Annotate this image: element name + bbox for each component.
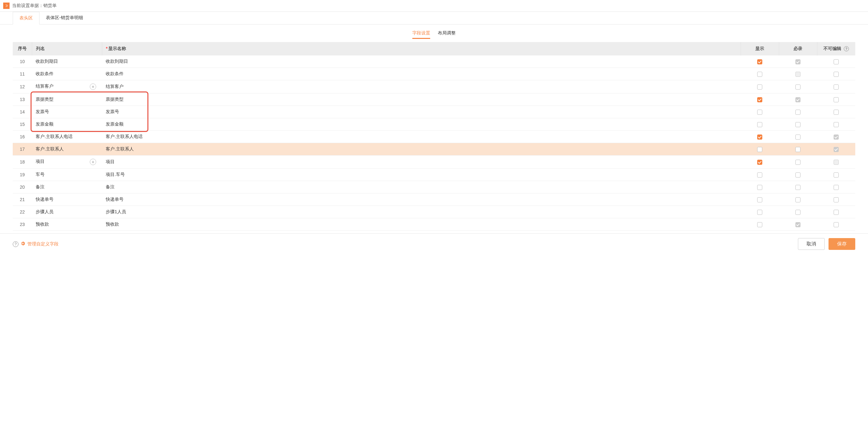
- row-display-name[interactable]: 收款条件: [102, 68, 741, 80]
- table-row[interactable]: 11收款条件收款条件: [13, 68, 855, 80]
- row-show-cell: [741, 93, 779, 106]
- row-noedit-cell: [817, 194, 855, 206]
- row-display-name[interactable]: 快递单号: [102, 194, 741, 206]
- required-checkbox[interactable]: [796, 185, 801, 190]
- row-noedit-cell: [817, 106, 855, 118]
- show-checkbox[interactable]: [757, 222, 762, 227]
- cancel-button[interactable]: 取消: [798, 238, 825, 250]
- show-checkbox[interactable]: [757, 147, 762, 152]
- row-show-cell: [741, 181, 779, 194]
- table-row[interactable]: 17客户.主联系人客户.主联系人: [13, 143, 855, 155]
- row-noedit-cell: [817, 169, 855, 181]
- row-display-name[interactable]: 收款到期日: [102, 55, 741, 68]
- help-icon[interactable]: ?: [844, 46, 849, 51]
- required-checkbox[interactable]: [796, 172, 801, 177]
- noedit-checkbox[interactable]: [834, 172, 839, 177]
- row-display-name[interactable]: 发票号: [102, 106, 741, 118]
- noedit-checkbox[interactable]: [834, 72, 839, 77]
- row-display-name[interactable]: 票据类型: [102, 93, 741, 106]
- table-row[interactable]: 15发票金额发票金额: [13, 118, 855, 131]
- row-seq: 20: [13, 181, 32, 194]
- show-checkbox[interactable]: [757, 72, 762, 77]
- table-row[interactable]: 10收款到期日收款到期日: [13, 55, 855, 68]
- noedit-checkbox[interactable]: [834, 185, 839, 190]
- col-show-header: 显示: [741, 42, 779, 55]
- row-show-cell: [741, 118, 779, 131]
- noedit-checkbox[interactable]: [834, 59, 839, 64]
- required-checkbox[interactable]: [796, 84, 801, 90]
- row-show-cell: [741, 155, 779, 169]
- main-tab-1[interactable]: 表体区-销货单明细: [39, 12, 90, 24]
- row-column-name: 结算客户+: [32, 80, 102, 93]
- table-row[interactable]: 22步骤人员步骤1人员: [13, 206, 855, 218]
- row-seq: 23: [13, 218, 32, 231]
- row-column-name: 发票金额: [32, 118, 102, 131]
- row-required-cell: [779, 118, 817, 131]
- row-column-name: 票据类型: [32, 93, 102, 106]
- noedit-checkbox[interactable]: [834, 110, 839, 115]
- row-seq: 10: [13, 55, 32, 68]
- add-subfield-button[interactable]: +: [90, 84, 96, 90]
- main-tabs: 表头区表体区-销货单明细: [0, 12, 868, 25]
- table-row[interactable]: 20备注备注: [13, 181, 855, 194]
- row-seq: 19: [13, 169, 32, 181]
- manage-custom-fields-link[interactable]: ? 管理自定义字段: [13, 241, 59, 247]
- required-checkbox[interactable]: [796, 110, 801, 115]
- sub-tab-0[interactable]: 字段设置: [412, 30, 430, 39]
- noedit-checkbox[interactable]: [834, 84, 839, 90]
- noedit-checkbox[interactable]: [834, 197, 839, 202]
- table-row[interactable]: 23预收款预收款: [13, 218, 855, 231]
- row-display-name[interactable]: 备注: [102, 181, 741, 194]
- row-column-name: 步骤人员: [32, 206, 102, 218]
- table-row[interactable]: 21快递单号快递单号: [13, 194, 855, 206]
- row-noedit-cell: [817, 206, 855, 218]
- show-checkbox[interactable]: [757, 172, 762, 177]
- row-noedit-cell: [817, 218, 855, 231]
- row-required-cell: [779, 80, 817, 93]
- row-required-cell: [779, 143, 817, 155]
- required-checkbox[interactable]: [796, 147, 801, 152]
- collapse-button[interactable]: [3, 3, 9, 9]
- row-display-name[interactable]: 步骤1人员: [102, 206, 741, 218]
- row-show-cell: [741, 55, 779, 68]
- table-row[interactable]: 14发票号发票号: [13, 106, 855, 118]
- table-row[interactable]: 16客户.主联系人电话客户.主联系人电话: [13, 131, 855, 143]
- show-checkbox[interactable]: [757, 197, 762, 202]
- required-checkbox: [796, 72, 801, 77]
- required-checkbox[interactable]: [796, 197, 801, 202]
- row-display-name[interactable]: 项目: [102, 155, 741, 169]
- required-checkbox[interactable]: [796, 122, 801, 127]
- row-seq: 14: [13, 106, 32, 118]
- row-display-name[interactable]: 发票金额: [102, 118, 741, 131]
- row-display-name[interactable]: 客户.主联系人: [102, 143, 741, 155]
- noedit-checkbox[interactable]: [834, 222, 839, 227]
- required-checkbox[interactable]: [796, 160, 801, 165]
- show-checkbox[interactable]: [757, 59, 762, 64]
- noedit-checkbox[interactable]: [834, 97, 839, 102]
- main-tab-0[interactable]: 表头区: [13, 12, 39, 25]
- table-row[interactable]: 19车号项目.车号: [13, 169, 855, 181]
- sub-tab-1[interactable]: 布局调整: [438, 30, 456, 39]
- noedit-checkbox[interactable]: [834, 210, 839, 215]
- show-checkbox[interactable]: [757, 160, 762, 165]
- show-checkbox[interactable]: [757, 122, 762, 127]
- show-checkbox[interactable]: [757, 210, 762, 215]
- row-display-name[interactable]: 项目.车号: [102, 169, 741, 181]
- show-checkbox[interactable]: [757, 185, 762, 190]
- table-row[interactable]: 12结算客户+结算客户: [13, 80, 855, 93]
- show-checkbox[interactable]: [757, 110, 762, 115]
- show-checkbox[interactable]: [757, 97, 762, 102]
- noedit-checkbox: [834, 160, 839, 165]
- table-row[interactable]: 18项目+项目: [13, 155, 855, 169]
- show-checkbox[interactable]: [757, 84, 762, 90]
- add-subfield-button[interactable]: +: [90, 159, 96, 165]
- table-row[interactable]: 13票据类型票据类型: [13, 93, 855, 106]
- row-display-name[interactable]: 预收款: [102, 218, 741, 231]
- noedit-checkbox[interactable]: [834, 122, 839, 127]
- required-checkbox[interactable]: [796, 210, 801, 215]
- show-checkbox[interactable]: [757, 135, 762, 140]
- required-checkbox[interactable]: [796, 135, 801, 140]
- save-button[interactable]: 保存: [829, 238, 855, 250]
- row-display-name[interactable]: 客户.主联系人电话: [102, 131, 741, 143]
- row-display-name[interactable]: 结算客户: [102, 80, 741, 93]
